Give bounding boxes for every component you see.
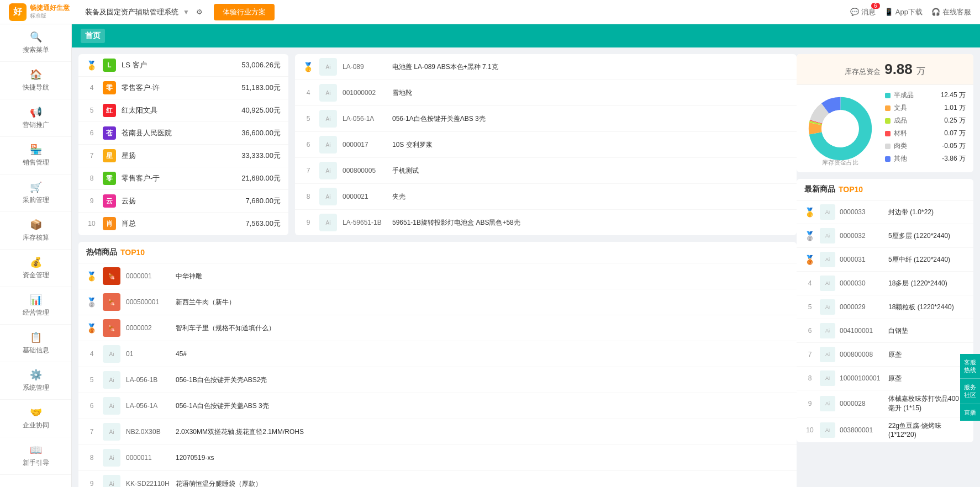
donut-chart: 库存资金占比 xyxy=(804,93,876,165)
rank-number: 6 xyxy=(86,129,97,137)
product-code: 0000028 xyxy=(840,400,884,407)
inventory-total-area: 库存总资金 9.88 万 xyxy=(797,54,973,85)
customer-name: 星扬 xyxy=(122,151,236,161)
gear-icon[interactable]: ⚙ xyxy=(192,4,207,20)
app-download-button[interactable]: 📱 App下载 xyxy=(884,7,923,17)
system-selector[interactable]: 装备及固定资产辅助管理系统 ▼ xyxy=(85,7,189,17)
product-name: 手机测试 xyxy=(392,166,789,176)
customer-ranking-scroll[interactable]: 🥇LLS 客户53,006.26元4零零售客户-许51,183.00元5红红太阳… xyxy=(78,54,288,235)
legend-name: 半成品 xyxy=(894,91,937,100)
hot-products-top10-badge: TOP10 xyxy=(120,248,145,257)
product-name: 智利车子里（规格不知道填什么） xyxy=(176,324,789,333)
rank-number: 4 xyxy=(804,279,815,287)
customer-avatar: L xyxy=(103,59,116,72)
newest-product-row: 8Ai10000100001原垄 xyxy=(797,367,973,390)
customer-rank-row: 4零零售客户-许51,183.00元 xyxy=(78,77,288,99)
product-code: 0000030 xyxy=(840,279,884,287)
product-thumbnail: Ai xyxy=(820,228,835,244)
legend-name: 材料 xyxy=(894,129,941,138)
sidebar-item-inventory[interactable]: 📦 库存核算 xyxy=(0,212,71,250)
product-thumbnail: Ai xyxy=(820,347,835,362)
top-bar: 好 畅捷通好生意 标准版 装备及固定资产辅助管理系统 ▼ ⚙ 体验行业方案 💬 … xyxy=(0,0,980,24)
product-thumbnail: Ai xyxy=(103,475,120,487)
customer-rank-row: 10肖肖总7,563.00元 xyxy=(78,213,288,235)
product-thumbnail: 🍖 xyxy=(103,293,120,311)
sidebar-item-operations[interactable]: 📊 经营管理 xyxy=(0,287,71,325)
product-name: 18多层 (1220*2440) xyxy=(888,279,966,288)
customer-value: 40,925.00元 xyxy=(241,105,281,115)
customer-name: 肖总 xyxy=(122,219,240,229)
product-name: 59651-1B旋转投影灯电池盒 ABS黑色+58壳 xyxy=(392,218,789,227)
enterprise-icon: 🤝 xyxy=(30,406,42,419)
legend-color-dot xyxy=(885,144,891,149)
chevron-down-icon[interactable]: ▼ xyxy=(183,8,189,16)
product-name: 体械嘉枚味苏打饮品400毫升 (1*15) xyxy=(888,394,966,413)
customer-name: LS 客户 xyxy=(122,60,236,70)
sidebar-item-search[interactable]: 🔍 搜索菜单 xyxy=(0,24,71,62)
product-code: 0000029 xyxy=(840,303,884,311)
product-thumbnail: Ai xyxy=(319,110,337,128)
hot-product-row: 6AiLA-056-1A056-1A白色按键开关盖ABS 3壳 xyxy=(78,393,797,419)
sidebar-item-guide[interactable]: 📖 新手引导 xyxy=(0,437,71,475)
service-community-button[interactable]: 服务社区 xyxy=(960,379,980,404)
product-code: 10000100001 xyxy=(840,374,884,382)
product-thumbnail: Ai xyxy=(820,252,835,267)
hot-product-row: 8Ai000001112070519-xs xyxy=(78,445,797,471)
purchase-icon: 🛒 xyxy=(30,181,42,193)
rank-number: 4 xyxy=(303,89,314,97)
product-code: 000500001 xyxy=(126,298,170,306)
sidebar-item-finance[interactable]: 💰 资金管理 xyxy=(0,250,71,287)
online-service-button[interactable]: 🎧 在线客服 xyxy=(931,7,971,17)
sidebar-item-sales[interactable]: 🏪 销售管理 xyxy=(0,137,71,174)
product-name: 原垄 xyxy=(888,350,966,359)
product-code: NB2.0X30B xyxy=(126,428,170,436)
legend-item: 肉类-0.05 万 xyxy=(885,141,966,151)
legend-color-dot xyxy=(885,118,891,124)
product-name: 封边带 (1.0*22) xyxy=(888,208,966,217)
sidebar-item-system[interactable]: ⚙️ 系统管理 xyxy=(0,362,71,400)
product-code: 003800001 xyxy=(840,426,884,434)
product-name: 056-1A白色按键开关盖ABS 3壳 xyxy=(176,401,789,411)
messages-button[interactable]: 💬 消息 6 xyxy=(850,7,876,17)
message-icon: 💬 xyxy=(850,8,859,16)
customer-rank-row: 9云云扬7,680.00元 xyxy=(78,190,288,213)
float-service: 客服热线 服务社区 直播 xyxy=(960,354,980,421)
rank-number: 🥈 xyxy=(86,297,97,308)
top-two-col: 🥇LLS 客户53,006.26元4零零售客户-许51,183.00元5红红太阳… xyxy=(78,54,797,242)
rank-number: 9 xyxy=(303,219,314,226)
newest-products-list: 🥇Ai0000033封边带 (1.0*22)🥈Ai00000325厘多层 (12… xyxy=(797,200,973,442)
customer-value: 36,600.00元 xyxy=(241,128,281,138)
sidebar-item-base[interactable]: 📋 基础信息 xyxy=(0,325,71,362)
product-thumbnail: 🍖 xyxy=(103,267,120,285)
product-thumbnail: Ai xyxy=(319,136,337,153)
legend-color-dot xyxy=(885,156,891,162)
customer-value: 33,333.00元 xyxy=(241,151,281,161)
sidebar-item-marketing[interactable]: 📢 营销推广 xyxy=(0,99,71,137)
rank-number: 9 xyxy=(86,197,97,205)
newest-product-row: 🥉Ai00000315厘中纤 (1220*2440) xyxy=(797,248,973,272)
home-tab[interactable]: 首页 xyxy=(81,29,105,43)
product-code: 001000002 xyxy=(343,89,387,97)
rank-number: 5 xyxy=(303,115,314,123)
product-name: 45# xyxy=(176,350,789,358)
legend-name: 成品 xyxy=(894,116,941,125)
sidebar-item-purchase[interactable]: 🛒 采购管理 xyxy=(0,174,71,212)
customer-service-button[interactable]: 客服热线 xyxy=(960,354,980,379)
product-code: 000800005 xyxy=(343,167,387,174)
product-sales-row: 5AiLA-056-1A056-1A白色按键开关盖ABS 3壳 xyxy=(295,106,797,132)
sidebar: 🔍 搜索菜单 🏠 快捷导航 📢 营销推广 🏪 销售管理 🛒 采购管理 📦 库存核… xyxy=(0,24,72,487)
sidebar-item-enterprise[interactable]: 🤝 企业协同 xyxy=(0,400,71,437)
inventory-legend: 半成品12.45 万文具1.01 万成品0.25 万材料0.07 万肉类-0.0… xyxy=(885,91,966,167)
product-code: KK-SD22110H xyxy=(126,480,170,487)
product-thumbnail: Ai xyxy=(820,370,835,386)
sidebar-item-nav[interactable]: 🏠 快捷导航 xyxy=(0,62,71,99)
rank-number: 🥇 xyxy=(86,60,97,71)
sales-icon: 🏪 xyxy=(30,144,42,156)
customer-value: 51,183.00元 xyxy=(241,83,281,93)
legend-color-dot xyxy=(885,131,891,136)
content-area: 🥇LLS 客户53,006.26元4零零售客户-许51,183.00元5红红太阳… xyxy=(72,47,980,487)
product-sales-scroll[interactable]: 🥇AiLA-089电池盖 LA-089 ABS本色+黑种 7.1克4Ai0010… xyxy=(295,54,797,235)
system-icon: ⚙️ xyxy=(30,369,42,381)
live-button[interactable]: 直播 xyxy=(960,404,980,421)
trial-button[interactable]: 体验行业方案 xyxy=(214,4,275,20)
